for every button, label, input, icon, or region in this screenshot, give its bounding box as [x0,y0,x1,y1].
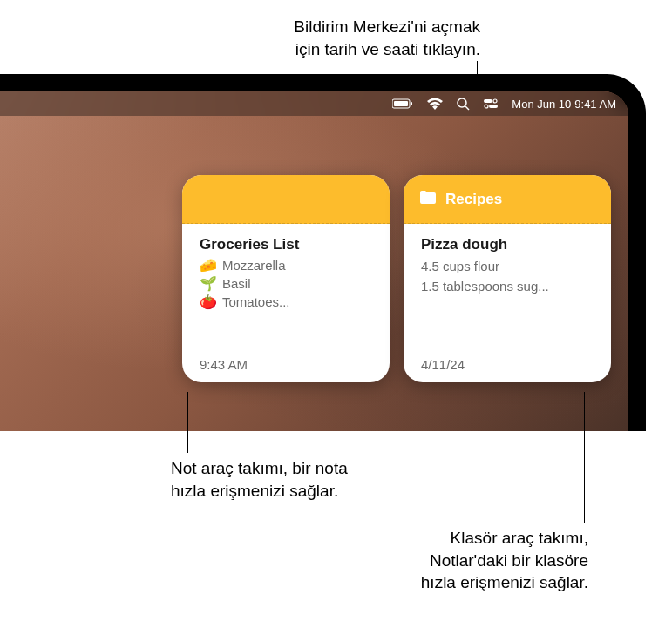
list-item: 🧀 Mozzarella [200,257,372,273]
callout-text: Klasör araç takımı, [421,527,588,550]
note-widget-body: Groceries List 🧀 Mozzarella 🌱 Basil 🍅 [182,224,390,382]
date-label: Mon Jun 10 [512,98,571,111]
svg-point-8 [485,105,488,108]
tomato-icon: 🍅 [200,294,217,310]
svg-point-6 [493,99,497,103]
folder-header-title: Recipes [445,191,502,208]
note-widget[interactable]: Groceries List 🧀 Mozzarella 🌱 Basil 🍅 [182,175,390,382]
folder-note-title: Pizza dough [421,236,594,253]
datetime-display[interactable]: Mon Jun 10 9:41 AM [512,98,616,111]
note-items-list: 🧀 Mozzarella 🌱 Basil 🍅 Tomatoes... [200,257,372,357]
callout-datetime: Bildirim Merkezi'ni açmak için tarih ve … [294,16,480,60]
svg-line-4 [465,106,469,110]
item-text: Tomatoes... [222,294,290,309]
recipe-line: 4.5 cups flour [421,257,594,275]
callout-folder-widget: Klasör araç takımı, Notlar'daki bir klas… [421,527,588,594]
device-frame: Mon Jun 10 9:41 AM Groceries List 🧀 Mozz… [0,74,646,431]
svg-rect-1 [394,101,408,106]
list-item: 🍅 Tomatoes... [200,294,372,310]
item-text: Mozzarella [222,258,286,273]
menubar: Mon Jun 10 9:41 AM [0,91,628,116]
svg-rect-2 [411,102,412,105]
note-widget-header [182,175,390,224]
folder-widget[interactable]: Recipes Pizza dough 4.5 cups flour 1.5 t… [404,175,611,382]
folder-items-list: 4.5 cups flour 1.5 tablespoons sug... [421,257,594,357]
cheese-icon: 🧀 [200,257,217,273]
callout-text: hızla erişmenizi sağlar. [421,571,588,594]
note-title: Groceries List [200,236,372,253]
battery-icon[interactable] [392,98,413,109]
search-icon[interactable] [457,98,470,111]
control-center-icon[interactable] [484,98,498,110]
callout-leader-line [187,392,188,453]
widgets-area: Groceries List 🧀 Mozzarella 🌱 Basil 🍅 [182,175,611,382]
callout-text: Bildirim Merkezi'ni açmak [294,16,480,38]
desktop-screen: Mon Jun 10 9:41 AM Groceries List 🧀 Mozz… [0,91,628,431]
folder-timestamp: 4/11/24 [421,357,594,372]
callout-leader-line [584,392,585,523]
item-text: Basil [222,276,251,291]
callout-text: Notlar'daki bir klasöre [421,550,588,572]
svg-rect-5 [484,99,492,103]
callout-text: için tarih ve saati tıklayın. [294,38,480,61]
herb-icon: 🌱 [200,275,217,292]
note-timestamp: 9:43 AM [200,357,372,372]
folder-widget-body: Pizza dough 4.5 cups flour 1.5 tablespoo… [404,224,611,382]
svg-point-3 [458,98,466,107]
wifi-icon[interactable] [427,98,443,110]
time-label: 9:41 AM [574,98,616,111]
svg-rect-7 [489,105,498,108]
list-item: 🌱 Basil [200,275,372,292]
folder-icon [419,191,437,208]
folder-widget-header: Recipes [404,175,611,224]
callout-text: hızla erişmenizi sağlar. [171,480,348,503]
callout-note-widget: Not araç takımı, bir nota hızla erişmeni… [171,457,348,502]
recipe-line: 1.5 tablespoons sug... [421,277,594,295]
callout-text: Not araç takımı, bir nota [171,457,348,480]
